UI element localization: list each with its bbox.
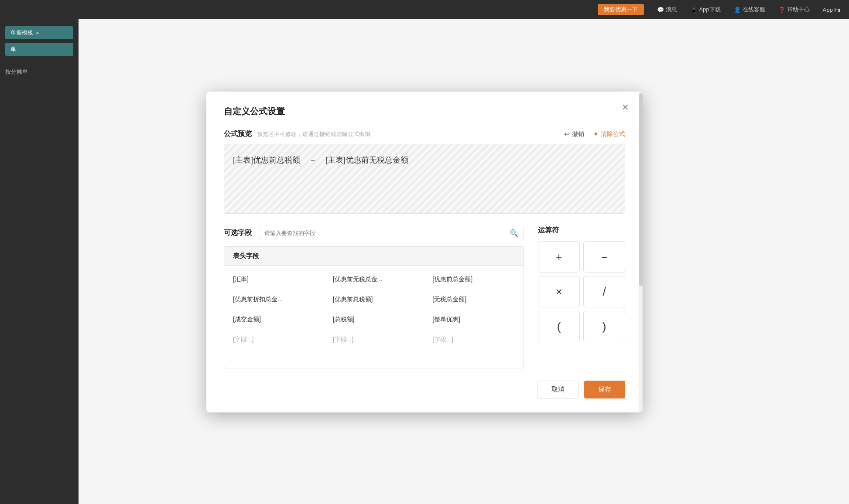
dialog: ✕ 自定义公式设置 公式预览 预览区不可修改，请通过撤销或清除公式编辑 ↩ 撤销… [206,92,643,412]
search-icon: 🔍 [510,229,518,237]
list-item[interactable]: [成交金额] [224,310,324,330]
search-box[interactable]: 🔍 [259,226,524,240]
list-item[interactable]: [优惠前总金额] [424,269,524,289]
operators-area: 运算符 + － × / ( ) [538,226,625,368]
op-divide-button[interactable]: / [583,276,625,307]
fields-section-label: 可选字段 [224,228,252,238]
dialog-footer: 取消 保存 [224,381,625,398]
list-item[interactable]: [优惠前无税总金... [324,269,424,289]
formula-section-label: 公式预览 [224,129,252,139]
scrollbar-thumb [639,93,643,286]
dialog-close-button[interactable]: ✕ [618,100,632,114]
save-button[interactable]: 保存 [584,381,625,398]
list-item[interactable]: [字段...] [224,330,324,350]
op-lparen-button[interactable]: ( [538,311,580,342]
op-minus-button[interactable]: － [583,241,625,272]
formula-hint: 预览区不可修改，请通过撤销或清除公式编辑 [257,130,370,138]
fields-area: 可选字段 🔍 表头字段 [汇率] [优惠前无税总金... [优惠前总金额] [优… [224,226,524,368]
list-item[interactable]: [字段...] [424,330,524,350]
undo-button[interactable]: ↩ 撤销 [564,130,584,138]
fields-header: 可选字段 🔍 [224,226,524,240]
search-input[interactable] [264,230,506,236]
clear-formula-button[interactable]: ✦ 清除公式 [593,130,625,138]
list-item[interactable]: [优惠前总税额] [324,289,424,310]
list-item[interactable]: [字段...] [324,330,424,350]
operators-title: 运算符 [538,226,625,235]
formula-header: 公式预览 预览区不可修改，请通过撤销或清除公式编辑 ↩ 撤销 ✦ 清除公式 [224,129,625,139]
clear-icon: ✦ [593,130,599,138]
fields-grid: [汇率] [优惠前无税总金... [优惠前总金额] [优惠前折扣总金... [优… [224,266,524,353]
table-header: 表头字段 [224,247,524,266]
operators-grid: + － × / ( ) [538,241,625,342]
dialog-backdrop: ✕ 自定义公式设置 公式预览 预览区不可修改，请通过撤销或清除公式编辑 ↩ 撤销… [0,0,849,504]
list-item[interactable]: [无税总金额] [424,289,524,310]
list-item[interactable]: [优惠前折扣总金... [224,289,324,310]
formula-part2: [主表]优惠前无税总金额 [325,155,408,165]
formula-op: － [309,155,317,165]
cancel-button[interactable]: 取消 [537,381,579,398]
op-rparen-button[interactable]: ) [583,311,625,342]
list-item[interactable]: [整单优惠] [424,310,524,330]
op-multiply-button[interactable]: × [538,276,580,307]
formula-actions: ↩ 撤销 ✦ 清除公式 [564,130,625,138]
fields-table: 表头字段 [汇率] [优惠前无税总金... [优惠前总金额] [优惠前折扣总金.… [224,246,524,368]
formula-part1: [主表]优惠前总税额 [233,155,300,165]
list-item[interactable]: [总税额] [324,310,424,330]
op-plus-button[interactable]: + [538,241,580,272]
formula-preview-box: [主表]优惠前总税额 － [主表]优惠前无税总金额 [224,144,625,214]
dialog-scrollbar[interactable] [639,92,643,412]
undo-icon: ↩ [564,130,570,138]
list-item[interactable]: [汇率] [224,269,324,289]
bottom-section: 可选字段 🔍 表头字段 [汇率] [优惠前无税总金... [优惠前总金额] [优… [224,226,625,368]
dialog-title: 自定义公式设置 [224,106,625,117]
